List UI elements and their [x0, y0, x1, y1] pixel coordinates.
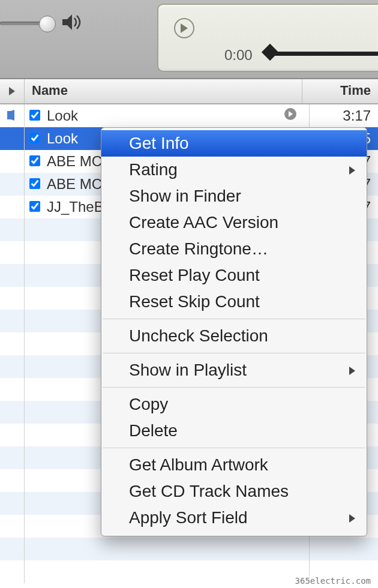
table-header: Name Time	[0, 79, 378, 104]
toolbar: 0:00	[0, 0, 378, 79]
context-menu: Get InfoRatingShow in FinderCreate AAC V…	[101, 127, 367, 536]
table-row	[0, 538, 378, 560]
menu-item[interactable]: Show in Playlist	[101, 357, 367, 383]
track-checkbox[interactable]	[24, 153, 44, 170]
track-time: 3:17	[302, 107, 378, 124]
menu-item[interactable]: Uncheck Selection	[101, 323, 367, 349]
menu-separator	[103, 319, 365, 319]
track-checkbox[interactable]	[24, 130, 44, 147]
track-checkbox[interactable]	[24, 176, 44, 193]
track-checkbox[interactable]	[24, 107, 44, 124]
column-play-indicator[interactable]	[0, 79, 25, 103]
menu-item[interactable]: Get Album Artwork	[101, 452, 367, 478]
column-header-time[interactable]: Time	[302, 79, 378, 103]
lcd-scrubber[interactable]	[270, 52, 378, 56]
menu-separator	[103, 387, 365, 388]
watermark: 365electric.com	[293, 576, 373, 586]
column-header-name[interactable]: Name	[25, 79, 302, 103]
play-icon[interactable]	[174, 18, 194, 38]
menu-item[interactable]: Get CD Track Names	[101, 478, 367, 505]
menu-item[interactable]: Create Ringtone…	[101, 236, 367, 262]
arrow-right-icon[interactable]	[278, 107, 302, 124]
volume-slider-thumb[interactable]	[39, 16, 56, 32]
menu-item[interactable]: Reset Play Count	[101, 262, 367, 289]
table-row[interactable]: Look3:17	[0, 104, 378, 127]
menu-item[interactable]: Create AAC Version	[101, 209, 367, 236]
menu-item[interactable]: Rating	[101, 157, 367, 183]
lcd-display: 0:00	[157, 4, 378, 72]
menu-item[interactable]: Show in Finder	[101, 183, 367, 209]
lcd-time: 0:00	[224, 47, 253, 64]
chevron-right-icon	[349, 160, 356, 179]
menu-item[interactable]: Reset Skip Count	[101, 289, 367, 315]
volume-icon	[61, 13, 83, 35]
track-checkbox[interactable]	[24, 199, 44, 215]
menu-item[interactable]: Delete	[101, 418, 367, 444]
track-name: Look	[44, 107, 278, 124]
chevron-right-icon	[349, 361, 356, 380]
now-playing-icon	[0, 107, 24, 124]
menu-separator	[103, 448, 365, 448]
menu-item[interactable]: Copy	[101, 391, 367, 418]
menu-item[interactable]: Get Info	[101, 130, 367, 157]
menu-item[interactable]: Apply Sort Field	[101, 505, 367, 531]
chevron-right-icon	[349, 508, 356, 527]
menu-separator	[103, 353, 365, 353]
